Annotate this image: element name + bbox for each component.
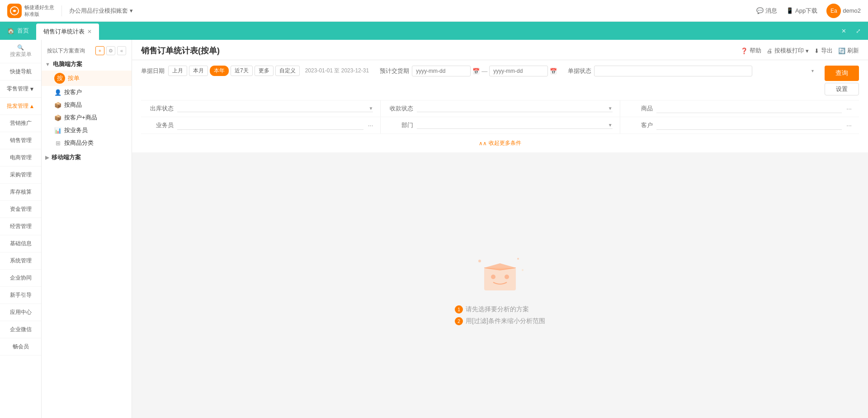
sidebar-item-marketing[interactable]: 营销推广 bbox=[0, 115, 41, 132]
receipt-status-field: 收款状态 ▼ bbox=[380, 100, 619, 117]
calendar-end-icon[interactable]: 📅 bbox=[550, 68, 557, 75]
logo-text: 畅捷通好生意 标准版 bbox=[24, 4, 54, 17]
chart-icon: 📊 bbox=[54, 127, 61, 134]
tab-sales-order-stats[interactable]: 销售订单统计表 ✕ bbox=[36, 24, 99, 40]
calendar-start-icon[interactable]: 📅 bbox=[472, 68, 480, 75]
setup-button[interactable]: 设置 bbox=[825, 83, 859, 95]
collapse-panel-button[interactable]: « bbox=[117, 46, 126, 55]
tree-section-pc[interactable]: ▼ 电脑端方案 bbox=[42, 58, 132, 71]
tree-item-by-salesperson[interactable]: 📊 按业务员 bbox=[42, 124, 132, 137]
top-bar: 畅捷通好生意 标准版 办公用品行业模拟账套 ▾ 💬 消息 📱 App下载 Ea … bbox=[0, 0, 868, 22]
more-date-btn[interactable]: 更多 bbox=[255, 66, 274, 76]
active-indicator: 按 bbox=[54, 73, 65, 84]
receipt-status-select[interactable] bbox=[417, 105, 608, 112]
expected-date-start-input[interactable] bbox=[412, 66, 471, 76]
app-download-button[interactable]: 📱 App下载 bbox=[786, 7, 817, 15]
user-name: demo2 bbox=[843, 7, 861, 14]
window-maximize-button[interactable]: ⤢ bbox=[852, 24, 864, 37]
page-header: 销售订单统计表(按单) ❓ 帮助 🖨 按模板打印 ▾ ⬇ 导出 🔄 刷新 bbox=[132, 40, 868, 60]
sidebar-item-sales[interactable]: 销售管理 bbox=[0, 132, 41, 149]
svg-point-7 bbox=[478, 260, 481, 262]
out-status-field: 出库状态 ▼ bbox=[141, 100, 380, 117]
this-month-btn[interactable]: 本月 bbox=[189, 66, 208, 76]
sidebar-item-search[interactable]: 🔍 搜索菜单 bbox=[0, 40, 41, 63]
refresh-button[interactable]: 🔄 刷新 bbox=[838, 47, 859, 55]
sidebar: 🔍 搜索菜单 快捷导航 零售管理 ▼ 批发管理 ▲ 营销推广 销售管理 电商管理… bbox=[0, 40, 42, 418]
out-status-select-wrap: ▼ bbox=[177, 105, 373, 112]
panel-header-label: 按以下方案查询 bbox=[47, 47, 85, 55]
last-7-days-btn[interactable]: 近7天 bbox=[231, 66, 253, 76]
chevron-down-icon: ▾ bbox=[130, 7, 133, 14]
collapse-button[interactable]: ∧∧ 收起更多条件 bbox=[479, 137, 521, 150]
sidebar-item-operations[interactable]: 经营管理 bbox=[0, 218, 41, 235]
goods-label: 商品 bbox=[627, 104, 653, 113]
dropdown-icon: ▼ bbox=[608, 106, 613, 111]
goods-input[interactable] bbox=[656, 104, 842, 113]
status-filter-group: 单据状态 bbox=[568, 66, 817, 76]
tree-item-by-customer-product[interactable]: 📦 按客户+商品 bbox=[42, 111, 132, 124]
customer-more-icon[interactable]: ··· bbox=[846, 122, 852, 129]
custom-date-btn[interactable]: 自定义 bbox=[275, 66, 300, 76]
expected-date-end-input[interactable] bbox=[489, 66, 548, 76]
print-icon: 🖨 bbox=[767, 48, 773, 54]
dropdown-icon: ▼ bbox=[368, 106, 373, 111]
top-bar-right: 💬 消息 📱 App下载 Ea demo2 bbox=[756, 4, 861, 18]
user-avatar[interactable]: Ea demo2 bbox=[826, 4, 861, 18]
sidebar-item-system[interactable]: 系统管理 bbox=[0, 252, 41, 270]
department-label: 部门 bbox=[388, 121, 413, 129]
message-button[interactable]: 💬 消息 bbox=[756, 7, 777, 15]
tab-home[interactable]: 🏠 首页 bbox=[0, 22, 36, 40]
sidebar-item-ecommerce[interactable]: 电商管理 bbox=[0, 149, 41, 166]
arrow-icon: ▼ bbox=[29, 86, 35, 92]
last-month-btn[interactable]: 上月 bbox=[168, 66, 187, 76]
sidebar-item-wechat[interactable]: 企业微信 bbox=[0, 321, 41, 338]
tree-item-by-customer[interactable]: 👤 按客户 bbox=[42, 86, 132, 99]
query-button[interactable]: 查询 bbox=[825, 66, 859, 81]
sidebar-item-apps[interactable]: 应用中心 bbox=[0, 304, 41, 321]
empty-tips: 1 请先选择要分析的方案 2 用[过滤]条件来缩小分析范围 bbox=[455, 305, 545, 325]
workspace-selector[interactable]: 办公用品行业模拟账套 ▾ bbox=[69, 7, 133, 15]
tree-item-by-product[interactable]: 📦 按商品 bbox=[42, 99, 132, 111]
top-bar-left: 畅捷通好生意 标准版 办公用品行业模拟账套 ▾ bbox=[7, 4, 133, 18]
svg-point-5 bbox=[491, 275, 495, 279]
tree-item-by-order[interactable]: 按 按单 bbox=[42, 71, 132, 86]
sidebar-item-guide[interactable]: 新手引导 bbox=[0, 287, 41, 304]
customer-input[interactable] bbox=[656, 121, 842, 130]
salesperson-more-icon[interactable]: ··· bbox=[368, 122, 373, 129]
out-status-select[interactable] bbox=[177, 105, 368, 112]
tip-num-2: 2 bbox=[455, 317, 463, 325]
export-button[interactable]: ⬇ 导出 bbox=[814, 47, 833, 55]
sidebar-item-purchase[interactable]: 采购管理 bbox=[0, 166, 41, 184]
this-year-btn[interactable]: 本年 bbox=[210, 66, 229, 76]
sidebar-item-shortcuts[interactable]: 快捷导航 bbox=[0, 63, 41, 81]
tab-close-icon[interactable]: ✕ bbox=[87, 28, 92, 35]
tree-item-by-product-category[interactable]: ⊞ 按商品分类 bbox=[42, 137, 132, 149]
sidebar-item-retail[interactable]: 零售管理 ▼ bbox=[0, 81, 41, 98]
sidebar-item-inventory[interactable]: 库存核算 bbox=[0, 184, 41, 201]
sidebar-item-finance[interactable]: 资金管理 bbox=[0, 201, 41, 218]
chevron-down-icon: ▼ bbox=[45, 62, 50, 67]
tree-section-mobile[interactable]: ▶ 移动端方案 bbox=[42, 151, 132, 164]
sidebar-item-member[interactable]: 畅会员 bbox=[0, 338, 41, 356]
template-print-button[interactable]: 🖨 按模板打印 ▾ bbox=[767, 47, 809, 55]
sidebar-item-wholesale[interactable]: 批发管理 ▲ bbox=[0, 98, 41, 115]
receipt-status-label: 收款状态 bbox=[388, 104, 413, 113]
date-filter-group: 单据日期 上月 本月 本年 近7天 更多 自定义 2023-01-01 至 20… bbox=[141, 66, 369, 76]
add-scheme-button[interactable]: + bbox=[95, 46, 104, 55]
goods-more-icon[interactable]: ··· bbox=[846, 105, 852, 112]
settings-scheme-button[interactable]: ⚙ bbox=[106, 46, 115, 55]
customer-field: 客户 ··· bbox=[620, 117, 859, 133]
help-button[interactable]: ❓ 帮助 bbox=[741, 47, 761, 55]
sidebar-item-basic[interactable]: 基础信息 bbox=[0, 235, 41, 252]
sidebar-item-enterprise[interactable]: 企业协同 bbox=[0, 270, 41, 287]
empty-state: 1 请先选择要分析的方案 2 用[过滤]条件来缩小分析范围 bbox=[132, 152, 868, 418]
tip-text-2: 用[过滤]条件来缩小分析范围 bbox=[466, 317, 545, 325]
help-icon: ❓ bbox=[741, 48, 748, 54]
status-select[interactable] bbox=[594, 66, 752, 76]
status-select-wrap bbox=[594, 66, 817, 76]
salesperson-field: 业务员 ··· bbox=[141, 117, 380, 133]
department-select[interactable] bbox=[417, 122, 608, 128]
window-close-button[interactable]: ✕ bbox=[837, 24, 850, 37]
salesperson-input[interactable] bbox=[177, 121, 363, 130]
expected-date-label: 预计交货期 bbox=[380, 67, 409, 75]
